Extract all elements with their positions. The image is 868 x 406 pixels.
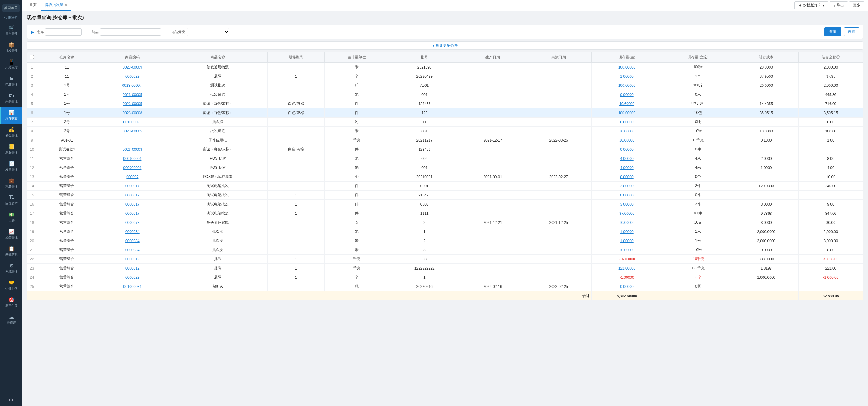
- sidebar-item-ops[interactable]: 📈经营管理: [0, 226, 22, 243]
- col-prod-date: 生产日期: [460, 53, 526, 63]
- cell-amount: 30.00: [799, 218, 863, 227]
- cell-warehouse: 营营综合: [37, 236, 97, 245]
- cell-cost: 20.0000: [734, 81, 799, 90]
- cell-warehouse: 营营综合: [37, 227, 97, 236]
- cell-code: 0000084: [97, 245, 168, 255]
- cell-cost: 14.4355: [734, 99, 799, 108]
- cell-cost: 9.7363: [734, 209, 799, 218]
- table-row: 18营营综合0000078多头异色软线支22021-12-212021-12-2…: [27, 218, 863, 227]
- more-button[interactable]: 更多: [849, 1, 864, 9]
- sidebar-item-ecom[interactable]: 🖥电商管理: [0, 73, 22, 90]
- cell-spec: [268, 81, 324, 90]
- cell-qty-ret: 10米: [662, 245, 734, 255]
- tab-close-inventory[interactable]: ✕: [65, 3, 67, 7]
- category-select[interactable]: [187, 28, 229, 36]
- sidebar-item-system[interactable]: ⚙系统管理: [0, 260, 22, 277]
- filter-expand-bar[interactable]: ▾ 展开更多条件: [27, 41, 863, 49]
- sidebar-item-invoice[interactable]: 🧾发票管理: [0, 158, 22, 175]
- cell-batch: 123456: [389, 99, 460, 108]
- set-button[interactable]: 设置: [844, 27, 859, 36]
- cell-spec: 1: [268, 72, 324, 81]
- filter-dots-2: ...: [163, 30, 168, 34]
- export-button[interactable]: ↑ 导出: [830, 1, 848, 9]
- cell-cost: [734, 191, 799, 200]
- cell-spec: [268, 163, 324, 172]
- table-row: 14营营综合0000017测试电笔批次1件00012.000002件120.00…: [27, 181, 863, 191]
- cell-cost: 37.9500: [734, 72, 799, 81]
- cell-amount: 3,505.15: [799, 108, 863, 117]
- cell-name: 测试电笔批次: [168, 181, 268, 191]
- cell-batch: 1111: [389, 209, 460, 218]
- cell-unit: 米: [324, 90, 389, 99]
- sidebar-item-finance[interactable]: 💰资金管理: [0, 124, 22, 141]
- sidebar-item-purchase[interactable]: 🛍采购管理: [0, 90, 22, 107]
- sidebar-item-wholesale[interactable]: 📦批发管理: [0, 39, 22, 56]
- sidebar-item-basic[interactable]: 📋基础信息: [0, 243, 22, 260]
- sidebar-item-newbie[interactable]: 🎯新手引导: [0, 294, 22, 311]
- cell-prod-date: [460, 99, 526, 108]
- cell-name: 批号: [168, 255, 268, 264]
- cell-batch: 0003: [389, 200, 460, 209]
- cell-code: 0023-00009: [97, 63, 168, 72]
- cell-exp-date: [526, 154, 591, 163]
- sidebar-label-purchase: 采购管理: [5, 99, 18, 104]
- basic-icon: 📋: [8, 246, 14, 251]
- cell-no: 10: [27, 145, 37, 154]
- table-row: 22营营综合0000012批号1千克33-16.00000-16千克333.00…: [27, 255, 863, 264]
- cell-prod-date: [460, 63, 526, 72]
- tab-home[interactable]: 首页: [26, 0, 40, 11]
- cell-prod-date: [460, 245, 526, 255]
- cell-name: 鲜叶A: [168, 282, 268, 292]
- col-spec: 规格型号: [268, 53, 324, 63]
- cell-unit: 米: [324, 227, 389, 236]
- sidebar-item-retail[interactable]: 🛒零售管理: [0, 22, 22, 39]
- select-all-checkbox[interactable]: [30, 55, 34, 59]
- settings-icon[interactable]: ⚙: [9, 398, 13, 403]
- tab-inventory-batch[interactable]: 库存批次量 ✕: [41, 0, 71, 11]
- cell-unit: 米: [324, 245, 389, 255]
- cell-code: 0000078: [97, 218, 168, 227]
- sidebar-item-cloud[interactable]: ☁云应用: [0, 311, 22, 328]
- cell-name: 测试电笔批次: [168, 200, 268, 209]
- inventory-icon: 📊: [8, 110, 14, 115]
- cell-prod-date: [460, 163, 526, 172]
- search-menu-button[interactable]: 搜索菜单: [2, 4, 20, 12]
- sidebar-item-collab[interactable]: 🤝企业协同: [0, 277, 22, 294]
- sidebar-item-salary[interactable]: 💵工资: [0, 209, 22, 226]
- cell-unit: 千克: [324, 264, 389, 273]
- sidebar-item-mini-ecom[interactable]: 📱小程电商: [0, 56, 22, 73]
- table-row: 13营营综合000097POS显示库存异常个202109012021-09-01…: [27, 172, 863, 181]
- cell-qty-ret: 0瓶: [662, 282, 734, 292]
- cell-exp-date: [526, 191, 591, 200]
- cell-qty-main: 0.00000: [591, 282, 662, 292]
- print-button[interactable]: 🖨 按模版打印 ▾: [794, 1, 828, 9]
- cell-no: 4: [27, 90, 37, 99]
- sidebar-item-inventory[interactable]: 📊库存核算: [0, 107, 22, 124]
- table-row: 9A01-01子件佐票框千克202112172021-12-172022-03-…: [27, 136, 863, 145]
- cell-qty-ret: 0件: [662, 191, 734, 200]
- cell-cost: 35.0515: [734, 108, 799, 117]
- cell-cost: 333.0000: [734, 255, 799, 264]
- table-row: 20营营综合0000084批次次米21.000001米3,000.00003,0…: [27, 236, 863, 245]
- cell-name: POS 批次: [168, 154, 268, 163]
- cell-unit: 米: [324, 63, 389, 72]
- sidebar-item-general[interactable]: 📒总账管理: [0, 141, 22, 158]
- cell-warehouse: 营营综合: [37, 172, 97, 181]
- warehouse-input[interactable]: [45, 28, 82, 36]
- sidebar-item-fixed[interactable]: 🏗固定资产: [0, 192, 22, 209]
- cell-code: 0000017: [97, 181, 168, 191]
- cell-amount: 1.00: [799, 136, 863, 145]
- cell-prod-date: [460, 154, 526, 163]
- search-button[interactable]: 查询: [825, 27, 841, 36]
- cell-exp-date: [526, 81, 591, 90]
- cell-code: 0000012: [97, 264, 168, 273]
- cell-exp-date: [526, 245, 591, 255]
- cell-batch: 33: [389, 255, 460, 264]
- sidebar-item-tax[interactable]: 💼税务管理: [0, 175, 22, 192]
- product-input[interactable]: [100, 28, 161, 36]
- filter-expand-arrow[interactable]: ▶: [31, 30, 34, 34]
- cell-cost: 120.0000: [734, 181, 799, 191]
- cell-prod-date: [460, 81, 526, 90]
- cell-code: 0023-00005: [97, 99, 168, 108]
- finance-icon: 💰: [8, 127, 14, 133]
